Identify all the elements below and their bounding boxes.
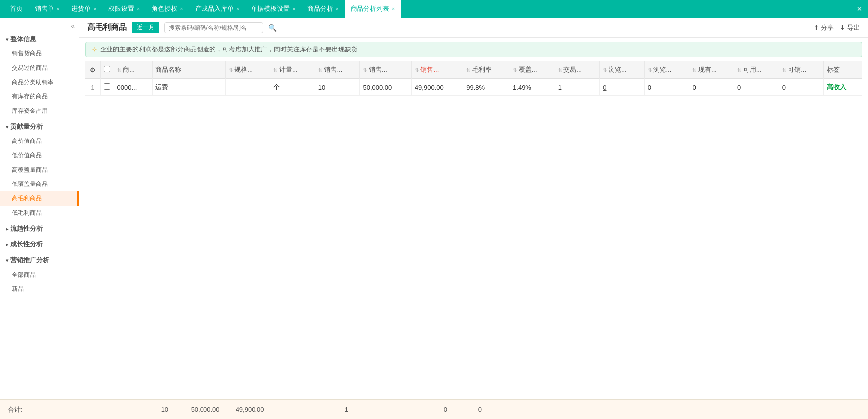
col-sales-amount: ⇅ 销售...: [360, 61, 411, 79]
cell-margin-rate: 99.8%: [463, 79, 510, 96]
export-btn[interactable]: ⬇ 导出: [840, 23, 860, 32]
col-name: 商品名称: [153, 61, 225, 79]
nav-product-storage[interactable]: 产成品入库单 ×: [189, 0, 245, 18]
sidebar-item-sales-goods[interactable]: 销售货商品: [0, 47, 79, 61]
search-button[interactable]: 🔍: [268, 24, 277, 32]
nav-goods-analysis[interactable]: 商品分析 ×: [302, 0, 345, 18]
cell-checkbox[interactable]: [100, 79, 114, 96]
sidebar-item-stocked-goods[interactable]: 有库存的商品: [0, 90, 79, 104]
sidebar-item-high-margin[interactable]: 高毛利商品: [0, 191, 79, 206]
close-icon[interactable]: ×: [392, 6, 395, 12]
sidebar-section-flow: ▸ 流趋性分析: [0, 221, 79, 236]
cell-current-stock: 0: [689, 79, 734, 96]
row-checkbox[interactable]: [104, 83, 110, 90]
sidebar-section-growth-header[interactable]: ▸ 成长性分析: [0, 237, 79, 252]
sidebar-item-new-goods[interactable]: 新品: [0, 282, 79, 296]
footer-available: 0: [478, 406, 513, 413]
sidebar-item-low-value[interactable]: 低价值商品: [0, 148, 79, 163]
nav-home[interactable]: 首页: [4, 0, 29, 18]
close-icon[interactable]: ×: [93, 6, 96, 12]
info-icon: ✧: [92, 46, 97, 53]
cell-trade: 1: [555, 79, 600, 96]
close-icon[interactable]: ×: [56, 6, 59, 12]
col-browse1: ⇅ 浏览...: [600, 61, 645, 79]
col-available: ⇅ 可用...: [734, 61, 779, 79]
info-banner: ✧ 企业的主要的利润都是这部分商品创造的，可考虑加大推广，同时关注库存是不要出现…: [85, 42, 862, 57]
cell-tag: 高收入: [824, 79, 862, 96]
cell-name: 运费: [153, 79, 225, 96]
table-row: 1 0000... 运费 个 10 50,000.00 49,900.00 99…: [85, 79, 862, 96]
sidebar-item-all-goods[interactable]: 全部商品: [0, 268, 79, 282]
footer-sales-profit: 49,900.00: [236, 406, 280, 413]
cell-browse1[interactable]: 0: [600, 79, 645, 96]
nav-role[interactable]: 角色授权 ×: [146, 0, 189, 18]
cell-spec: [225, 79, 270, 96]
col-unit: ⇅ 计量...: [270, 61, 315, 79]
col-code: ⇅ 商...: [114, 61, 153, 79]
sidebar-section-flow-header[interactable]: ▸ 流趋性分析: [0, 221, 79, 236]
nav-template[interactable]: 单据模板设置 ×: [245, 0, 301, 18]
sidebar-section-marketing-header[interactable]: ▾ 营销推广分析: [0, 253, 79, 268]
close-icon[interactable]: ×: [236, 6, 239, 12]
sidebar-item-category-rate[interactable]: 商品分类助销率: [0, 75, 79, 90]
select-all-checkbox[interactable]: [104, 66, 110, 72]
cell-sales-profit: 49,900.00: [411, 79, 463, 96]
window-close-btn[interactable]: ✕: [857, 5, 862, 13]
close-icon[interactable]: ×: [180, 6, 183, 12]
sidebar-section-growth: ▸ 成长性分析: [0, 237, 79, 252]
sidebar-item-high-value[interactable]: 高价值商品: [0, 134, 79, 148]
cell-unit: 个: [270, 79, 315, 96]
col-checkbox[interactable]: [100, 61, 114, 79]
footer-trade: 1: [345, 406, 384, 413]
nav-permission[interactable]: 权限设置 ×: [102, 0, 146, 18]
content-header: 高毛利商品 近一月 🔍 ⬆ 分享 ⬇ 导出: [79, 18, 868, 38]
col-saleable: ⇅ 可销...: [779, 61, 824, 79]
window-controls: ✕: [857, 5, 864, 13]
share-btn[interactable]: ⬆ 分享: [814, 23, 834, 32]
nav-sales[interactable]: 销售单 ×: [29, 0, 65, 18]
sidebar: « ▾ 整体信息 销售货商品 交易过的商品 商品分类助销率 有库存的商品 库存资…: [0, 18, 79, 399]
sidebar-item-stock-funds[interactable]: 库存资金占用: [0, 104, 79, 118]
header-actions: ⬆ 分享 ⬇ 导出: [814, 23, 860, 32]
arrow-down-icon: ▾: [6, 258, 8, 263]
arrow-right-icon: ▸: [6, 226, 8, 232]
close-icon[interactable]: ×: [292, 6, 295, 12]
sidebar-section-marketing: ▾ 营销推广分析 全部商品 新品: [0, 253, 79, 296]
cell-sales-amount: 50,000.00: [360, 79, 411, 96]
col-browse2: ⇅ 浏览...: [644, 61, 689, 79]
footer-bar: 合计: 10 50,000.00 49,900.00 1 0 0: [0, 399, 868, 419]
sidebar-section-contribution: ▾ 贡献量分析 高价值商品 低价值商品 高覆盖量商品 低覆盖量商品 高毛利商品 …: [0, 119, 79, 220]
col-sales-qty: ⇅ 销售...: [315, 61, 360, 79]
sidebar-section-overall-header[interactable]: ▾ 整体信息: [0, 32, 79, 47]
col-settings[interactable]: ⚙: [85, 61, 100, 79]
sidebar-section-overall: ▾ 整体信息 销售货商品 交易过的商品 商品分类助销率 有库存的商品 库存资金占…: [0, 32, 79, 118]
export-icon: ⬇: [840, 24, 845, 31]
search-input[interactable]: [164, 22, 263, 33]
arrow-down-icon: ▾: [6, 37, 8, 42]
settings-icon[interactable]: ⚙: [90, 66, 96, 74]
cell-coverage: 1.49%: [510, 79, 555, 96]
close-icon[interactable]: ×: [137, 6, 140, 12]
sidebar-item-low-margin[interactable]: 低毛利商品: [0, 206, 79, 220]
cell-index: 1: [85, 79, 100, 96]
footer-sales-amount: 50,000.00: [191, 406, 236, 413]
sidebar-item-low-coverage[interactable]: 低覆盖量商品: [0, 177, 79, 191]
footer-sales-qty: 10: [161, 406, 191, 413]
table-container: ⚙ ⇅ 商... 商品名称 ⇅: [79, 61, 868, 399]
sidebar-item-high-coverage[interactable]: 高覆盖量商品: [0, 163, 79, 177]
filter-recent-month-btn[interactable]: 近一月: [132, 22, 159, 33]
cell-browse2: 0: [644, 79, 689, 96]
nav-goods-analysis-list[interactable]: 商品分析列表 ×: [345, 0, 401, 18]
cell-code: 0000...: [114, 79, 153, 96]
close-icon[interactable]: ×: [336, 6, 339, 12]
cell-sales-qty: 10: [315, 79, 360, 96]
content-area: 高毛利商品 近一月 🔍 ⬆ 分享 ⬇ 导出 ✧ 企业的主要的利润都是这部分商品创…: [79, 18, 868, 399]
cell-saleable: 0: [779, 79, 824, 96]
sidebar-item-traded-goods[interactable]: 交易过的商品: [0, 61, 79, 75]
col-sales-profit: ⇅ 销售...: [411, 61, 463, 79]
sidebar-collapse-btn[interactable]: «: [71, 22, 75, 30]
sidebar-section-contribution-header[interactable]: ▾ 贡献量分析: [0, 119, 79, 134]
main-layout: « ▾ 整体信息 销售货商品 交易过的商品 商品分类助销率 有库存的商品 库存资…: [0, 18, 868, 399]
table-header-row: ⚙ ⇅ 商... 商品名称 ⇅: [85, 61, 862, 79]
nav-purchase[interactable]: 进货单 ×: [65, 0, 102, 18]
